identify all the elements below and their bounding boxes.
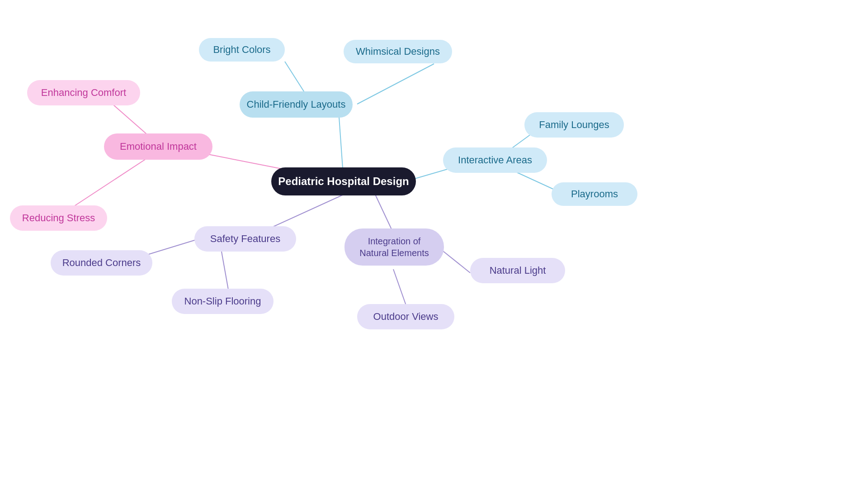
svg-line-6 [357, 64, 434, 104]
node-outdoor-views: Outdoor Views [357, 304, 454, 329]
node-child-friendly-layouts: Child-Friendly Layouts [240, 91, 353, 118]
node-rounded-corners: Rounded Corners [51, 250, 152, 276]
node-reducing-stress: Reducing Stress [10, 205, 107, 231]
svg-line-10 [66, 154, 154, 212]
node-family-lounges: Family Lounges [524, 112, 624, 138]
node-emotional-impact: Emotional Impact [104, 133, 212, 160]
node-safety-features: Safety Features [194, 226, 296, 252]
svg-line-12 [222, 252, 228, 290]
node-natural-light: Natural Light [470, 258, 565, 283]
svg-line-14 [393, 269, 407, 308]
node-interactive-areas: Interactive Areas [443, 147, 547, 173]
svg-line-13 [443, 251, 470, 273]
node-bright-colors: Bright Colors [199, 38, 285, 62]
svg-line-4 [375, 195, 393, 233]
center-node: Pediatric Hospital Design [271, 167, 416, 195]
node-integration-natural-elements: Integration of Natural Elements [344, 228, 444, 266]
node-enhancing-comfort: Enhancing Comfort [27, 80, 140, 105]
node-non-slip-flooring: Non-Slip Flooring [172, 289, 274, 314]
node-playrooms: Playrooms [552, 182, 637, 206]
node-whimsical-designs: Whimsical Designs [344, 40, 452, 63]
